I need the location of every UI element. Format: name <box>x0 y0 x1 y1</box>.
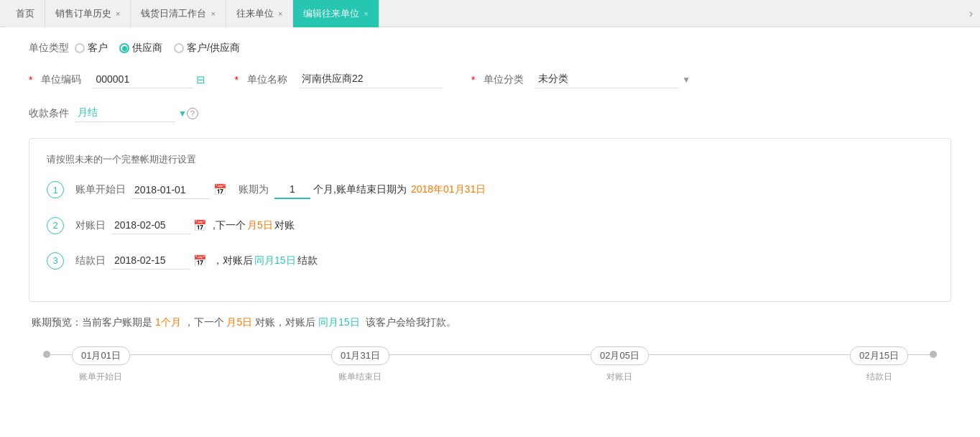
tab-edit-partner-label: 编辑往来单位 <box>303 7 359 20</box>
unit-code-input[interactable] <box>93 70 193 88</box>
timeline-bubble-2: 01月31日 <box>331 346 389 365</box>
radio-supplier[interactable]: 供应商 <box>119 42 162 55</box>
radio-group-unit-type: 客户 供应商 客户/供应商 <box>75 42 240 55</box>
step2-suffix: 对账 <box>274 219 295 232</box>
tab-more-button[interactable]: › <box>962 7 980 20</box>
timeline: 01月01日 账单开始日 01月31日 账单结束日 02月05日 对账日 02月… <box>29 346 951 383</box>
close-icon-sales[interactable]: × <box>116 9 120 18</box>
calendar-icon-2[interactable]: 📅 <box>193 219 207 232</box>
unit-category-label: 单位分类 <box>484 73 524 86</box>
step-label-1: 账单开始日 <box>75 183 126 196</box>
tab-cash-work[interactable]: 钱货日清工作台 × <box>131 0 226 27</box>
tab-partners[interactable]: 往来单位 × <box>226 0 293 27</box>
radio-customer[interactable]: 客户 <box>75 42 108 55</box>
unit-code-field: * 单位编码 ⊟ <box>29 70 205 88</box>
unit-type-row: 单位类型 客户 供应商 客户/供应商 <box>29 42 951 55</box>
timeline-label-1: 账单开始日 <box>79 371 122 383</box>
timeline-node-3: 02月05日 对账日 <box>591 346 649 383</box>
tab-edit-partner[interactable]: 编辑往来单位 × <box>293 0 379 27</box>
timeline-node-1: 01月01日 账单开始日 <box>72 346 130 383</box>
step-row-1: 1 账单开始日 📅 账期为 个月,账单结束日期为 2018年01月31日 <box>47 180 933 199</box>
preview-prefix: 账期预览：当前客户账期是 <box>32 316 152 328</box>
unit-code-input-wrap: ⊟ <box>93 70 205 88</box>
unit-name-input[interactable] <box>299 70 443 88</box>
tabs-bar: 首页 销售订单历史 × 钱货日清工作台 × 往来单位 × 编辑往来单位 × › <box>0 0 980 27</box>
step-date-input-1[interactable] <box>131 181 211 199</box>
help-icon[interactable]: ? <box>187 108 198 119</box>
unit-name-label: 单位名称 <box>247 73 287 86</box>
timeline-node-2: 01月31日 账单结束日 <box>331 346 389 383</box>
unit-info-row: * 单位编码 ⊟ * 单位名称 * 单位分类 ▼ <box>29 70 951 88</box>
payment-cond-input[interactable] <box>75 104 175 122</box>
period-label: 账期为 <box>239 183 269 196</box>
preview-suffix: 该客户会给我打款。 <box>366 316 456 328</box>
chevron-down-icon-category[interactable]: ▼ <box>682 75 690 85</box>
radio-label-customer: 客户 <box>88 42 108 55</box>
unit-category-select-wrap: ▼ <box>535 70 690 88</box>
timeline-end-dot <box>930 351 937 358</box>
radio-label-supplier: 供应商 <box>132 42 162 55</box>
step-row-3: 3 结款日 📅 ，对账后 同月15日 结款 <box>47 252 933 270</box>
radio-circle-supplier <box>119 43 129 53</box>
preview-highlight3: 同月15日 <box>318 316 360 328</box>
close-icon-edit-partner[interactable]: × <box>364 9 368 18</box>
step-date-input-2[interactable] <box>111 216 190 234</box>
main-content: 单位类型 客户 供应商 客户/供应商 * 单位编码 ⊟ <box>0 27 980 437</box>
unit-code-label: 单位编码 <box>41 73 81 86</box>
radio-label-both: 客户/供应商 <box>187 42 240 55</box>
unit-category-input[interactable] <box>535 70 679 88</box>
step3-prefix: ，对账后 <box>213 254 253 267</box>
copy-icon[interactable]: ⊟ <box>196 73 205 86</box>
required-star-code: * <box>29 74 32 86</box>
step-row-2: 2 对账日 📅 ,下一个 月5日 对账 <box>47 216 933 234</box>
payment-cond-row: 收款条件 ▼ ? <box>29 104 951 122</box>
radio-customer-supplier[interactable]: 客户/供应商 <box>174 42 240 55</box>
timeline-label-2: 账单结束日 <box>338 371 382 383</box>
radio-circle-customer <box>75 43 85 53</box>
section-title: 请按照未来的一个完整帐期进行设置 <box>47 153 933 166</box>
timeline-start-dot <box>43 351 50 358</box>
close-icon-partners[interactable]: × <box>278 9 282 18</box>
close-icon-cash[interactable]: × <box>211 9 215 18</box>
tab-cash-work-label: 钱货日清工作台 <box>141 7 206 20</box>
highlight-end-date: 2018年01月31日 <box>411 183 486 196</box>
preview-mid2: 对账，对账后 <box>255 316 315 328</box>
step3-highlight: 同月15日 <box>254 254 296 267</box>
required-star-name: * <box>234 74 238 86</box>
preview-highlight2: 月5日 <box>226 316 252 328</box>
step2-prefix: ,下一个 <box>213 219 246 232</box>
preview-mid1: ，下一个 <box>184 316 224 328</box>
step-label-2: 对账日 <box>75 219 106 232</box>
timeline-bubble-4: 02月15日 <box>850 346 908 365</box>
unit-category-field: * 单位分类 ▼ <box>471 70 690 88</box>
period-section: 请按照未来的一个完整帐期进行设置 1 账单开始日 📅 账期为 个月,账单结束日期… <box>29 138 951 302</box>
calendar-icon-3[interactable]: 📅 <box>193 254 207 267</box>
step3-suffix: 结款 <box>297 254 318 267</box>
chevron-down-icon-payment[interactable]: ▼ <box>178 109 187 119</box>
tab-sales-history-label: 销售订单历史 <box>55 7 111 20</box>
calendar-icon-1[interactable]: 📅 <box>213 183 227 196</box>
timeline-node-4: 02月15日 结款日 <box>850 346 908 383</box>
timeline-bubble-3: 02月05日 <box>591 346 649 365</box>
period-input[interactable] <box>274 180 310 199</box>
preview-row: 账期预览：当前客户账期是 1个月 ，下一个 月5日 对账，对账后 同月15日 该… <box>29 316 951 329</box>
timeline-bubble-1: 01月01日 <box>72 346 130 365</box>
step-label-3: 结款日 <box>75 254 106 267</box>
step-date-input-3[interactable] <box>111 252 190 270</box>
timeline-label-3: 对账日 <box>606 371 632 383</box>
step-num-3: 3 <box>47 252 64 270</box>
step2-highlight: 月5日 <box>247 219 273 232</box>
tab-sales-history[interactable]: 销售订单历史 × <box>45 0 131 27</box>
tab-home[interactable]: 首页 <box>6 0 45 27</box>
step-num-1: 1 <box>47 181 64 198</box>
tab-partners-label: 往来单位 <box>236 7 274 20</box>
period-unit-text: 个月,账单结束日期为 <box>313 183 407 196</box>
unit-name-field: * 单位名称 <box>234 70 442 88</box>
unit-type-label: 单位类型 <box>29 42 69 55</box>
radio-circle-both <box>174 43 184 53</box>
required-star-category: * <box>471 74 475 86</box>
payment-cond-label: 收款条件 <box>29 107 69 120</box>
tab-home-label: 首页 <box>16 7 34 20</box>
step-num-2: 2 <box>47 217 64 234</box>
preview-highlight1: 1个月 <box>155 316 181 328</box>
